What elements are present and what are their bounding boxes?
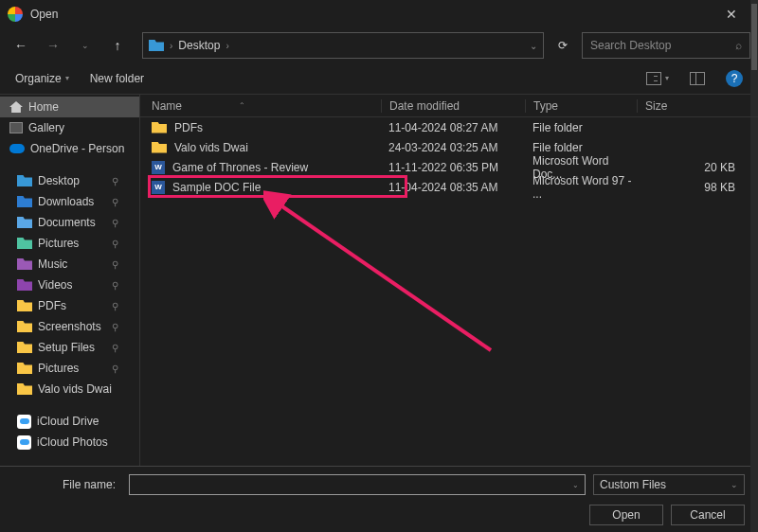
chevron-down-icon: ▾ xyxy=(665,74,669,82)
folder-icon xyxy=(17,321,32,332)
sidebar-item-pictures[interactable]: Pictures⚲ xyxy=(0,358,139,379)
folder-icon xyxy=(152,122,167,133)
folder-icon xyxy=(17,300,32,311)
gallery-icon xyxy=(9,122,23,133)
chevron-right-icon: › xyxy=(170,41,172,51)
view-icon xyxy=(646,72,661,85)
annotation-arrow xyxy=(263,189,510,360)
up-button[interactable]: ↑ xyxy=(104,32,131,59)
filename-label: File name: xyxy=(13,478,121,491)
view-button[interactable]: ▾ xyxy=(646,72,669,85)
navbar: ← → ⌄ ↑ › Desktop › ⌄ ⟳ Search Desktop ⌕ xyxy=(0,28,758,62)
file-row[interactable]: WSample DOC File11-04-2024 08:35 AMMicro… xyxy=(140,177,758,197)
file-row[interactable]: WGame of Thrones - Review11-11-2022 06:3… xyxy=(140,157,758,177)
forward-button[interactable]: → xyxy=(40,32,66,59)
cancel-button[interactable]: Cancel xyxy=(671,505,745,525)
file-row[interactable]: PDFs11-04-2024 08:27 AMFile folder xyxy=(140,117,758,137)
toolbar: Organize▾ New folder ▾ ? xyxy=(0,62,758,95)
folder-icon xyxy=(149,40,164,51)
column-type[interactable]: Type xyxy=(525,99,637,113)
chevron-down-icon: ⌄ xyxy=(731,480,738,489)
file-type: File folder xyxy=(525,141,637,154)
onedrive-icon xyxy=(9,144,25,153)
help-button[interactable]: ? xyxy=(726,70,743,87)
sidebar-item-setup-files[interactable]: Setup Files⚲ xyxy=(0,337,139,358)
sidebar-item-desktop[interactable]: Desktop⚲ xyxy=(0,170,139,191)
back-button[interactable]: ← xyxy=(8,32,34,59)
sidebar-item-screenshots[interactable]: Screenshots⚲ xyxy=(0,316,139,337)
sidebar-item-pictures[interactable]: Pictures⚲ xyxy=(0,233,139,254)
preview-pane-button[interactable] xyxy=(690,72,705,85)
sidebar-item-label: Documents xyxy=(38,216,96,229)
file-type: File folder xyxy=(525,121,637,134)
sidebar-item-music[interactable]: Music⚲ xyxy=(0,254,139,275)
file-date: 11-11-2022 06:35 PM xyxy=(381,161,525,174)
folder-icon xyxy=(17,383,32,395)
column-date[interactable]: Date modified xyxy=(381,99,525,113)
column-size[interactable]: Size xyxy=(637,99,758,113)
pictures-icon xyxy=(17,238,32,249)
sidebar-item-label: Setup Files xyxy=(38,341,95,354)
organize-button[interactable]: Organize▾ xyxy=(15,72,69,85)
sidebar-item-gallery[interactable]: Gallery xyxy=(0,117,139,138)
column-name[interactable]: Name⌃ xyxy=(152,99,381,113)
music-icon xyxy=(17,258,32,270)
sidebar-item-label: Screenshots xyxy=(38,320,101,333)
sidebar-item-icloud-photos[interactable]: iCloud Photos xyxy=(0,432,139,452)
file-date: 24-03-2024 03:25 AM xyxy=(381,141,525,154)
close-button[interactable]: ✕ xyxy=(713,0,750,28)
file-row[interactable]: Valo vids Dwai24-03-2024 03:25 AMFile fo… xyxy=(140,137,758,157)
sidebar-item-onedrive-person[interactable]: OneDrive - Person xyxy=(0,138,139,159)
pin-icon: ⚲ xyxy=(112,280,118,291)
titlebar: Open ✕ xyxy=(0,0,758,28)
file-size: 20 KB xyxy=(637,161,758,174)
pin-icon: ⚲ xyxy=(112,364,118,374)
new-folder-button[interactable]: New folder xyxy=(90,72,144,85)
breadcrumb-location[interactable]: Desktop xyxy=(178,39,220,52)
word-icon: W xyxy=(152,181,165,194)
chevron-down-icon: ▾ xyxy=(65,74,69,82)
sidebar-item-label: Valo vids Dwai xyxy=(38,382,112,396)
file-type: Microsoft Word 97 - ... xyxy=(525,174,637,201)
file-name: Valo vids Dwai xyxy=(174,141,248,154)
pin-icon: ⚲ xyxy=(112,322,118,332)
sidebar-item-pdfs[interactable]: PDFs⚲ xyxy=(0,295,139,316)
address-bar[interactable]: › Desktop › ⌄ xyxy=(142,32,544,59)
file-list: Name⌃ Date modified Type Size PDFs11-04-… xyxy=(140,95,758,466)
videos-icon xyxy=(17,279,32,291)
filetype-filter[interactable]: Custom Files⌄ xyxy=(593,474,745,495)
chevron-down-icon[interactable]: ⌄ xyxy=(530,41,537,51)
file-date: 11-04-2024 08:27 AM xyxy=(381,121,525,134)
icloud-icon xyxy=(17,415,31,429)
recent-dropdown[interactable]: ⌄ xyxy=(72,32,99,59)
sidebar-item-valo-vids-dwai[interactable]: Valo vids Dwai xyxy=(0,379,139,399)
file-name: Sample DOC File xyxy=(172,181,261,194)
sidebar-item-videos[interactable]: Videos⚲ xyxy=(0,275,139,295)
sidebar-item-downloads[interactable]: Downloads⚲ xyxy=(0,191,139,212)
sidebar-item-label: iCloud Photos xyxy=(37,435,108,449)
chevron-right-icon: › xyxy=(226,41,228,51)
downloads-icon xyxy=(17,196,32,207)
sidebar-item-home[interactable]: Home xyxy=(0,97,139,117)
folder-icon xyxy=(152,142,167,153)
pin-icon: ⚲ xyxy=(112,197,118,207)
home-icon xyxy=(9,101,23,113)
window-title: Open xyxy=(30,8,713,21)
pin-icon: ⚲ xyxy=(112,218,118,228)
documents-icon xyxy=(17,217,32,228)
sidebar-item-documents[interactable]: Documents⚲ xyxy=(0,212,139,233)
sidebar-item-label: Gallery xyxy=(28,121,64,134)
sidebar-item-label: PDFs xyxy=(38,299,66,312)
pin-icon: ⚲ xyxy=(112,343,118,353)
refresh-button[interactable]: ⟳ xyxy=(550,32,576,59)
sidebar-item-icloud-drive[interactable]: iCloud Drive xyxy=(0,411,139,432)
desktop-icon xyxy=(17,175,32,186)
open-button[interactable]: Open xyxy=(589,505,663,525)
sidebar-item-label: iCloud Drive xyxy=(37,415,99,428)
icloud-icon xyxy=(17,435,31,450)
chevron-down-icon[interactable]: ⌄ xyxy=(572,481,579,489)
filename-input[interactable]: ⌄ xyxy=(129,474,586,495)
search-input[interactable]: Search Desktop ⌕ xyxy=(582,32,750,59)
sidebar-item-label: Home xyxy=(28,100,59,114)
pin-icon: ⚲ xyxy=(112,176,118,186)
